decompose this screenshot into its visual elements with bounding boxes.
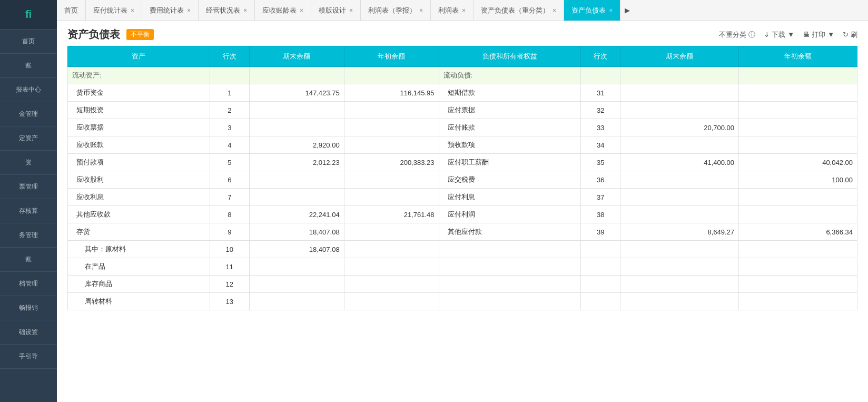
sidebar-item-report-center[interactable]: 报表中心 xyxy=(0,78,57,102)
left-beginning-balance xyxy=(344,276,439,293)
right-beginning-balance xyxy=(739,241,857,258)
tab-close-icon[interactable]: × xyxy=(300,7,303,14)
right-ending-balance: 41,400.00 xyxy=(620,154,739,171)
sidebar-item-invoice-mgmt[interactable]: 票管理 xyxy=(0,175,57,199)
left-ending-balance xyxy=(249,102,344,119)
sidebar-item-account[interactable]: 账 xyxy=(0,54,57,78)
left-item-name: 周转材料 xyxy=(68,293,210,310)
right-ending-balance xyxy=(620,84,739,102)
right-line-num xyxy=(581,293,620,310)
sidebar-item-expense[interactable]: 畅报销 xyxy=(0,296,57,320)
chevron-down-icon: ▼ xyxy=(787,31,794,38)
left-beginning-balance xyxy=(344,136,439,154)
left-ending-balance: 2,920.00 xyxy=(249,136,344,154)
left-item-name: 应收股利 xyxy=(68,171,210,189)
tab-balance-sheet[interactable]: 资产负债表 × xyxy=(564,0,620,21)
header-beginning-balance: 年初余额 xyxy=(344,46,439,67)
sidebar-item-archive-mgmt[interactable]: 档管理 xyxy=(0,272,57,296)
tab-income-statement[interactable]: 利润表 × xyxy=(431,0,474,21)
tab-close-icon[interactable]: × xyxy=(419,7,423,14)
left-ending-balance: 22,241.04 xyxy=(249,206,344,223)
download-icon: ⇓ xyxy=(764,31,770,38)
tab-bar: 首页 应付统计表 × 费用统计表 × 经营状况表 × 应收账龄表 × 模版设计 … xyxy=(57,0,868,21)
left-line-num: 5 xyxy=(210,154,249,171)
tab-close-icon[interactable]: × xyxy=(609,7,613,14)
right-beginning-balance xyxy=(739,189,857,206)
sidebar-item-settings[interactable]: 础设置 xyxy=(0,320,57,345)
tab-business-status[interactable]: 经营状况表 × xyxy=(199,0,255,21)
left-item-name: 存货 xyxy=(68,223,210,241)
left-item-name: 应收利息 xyxy=(68,189,210,206)
sidebar-item-inventory[interactable]: 存核算 xyxy=(0,199,57,223)
right-ending-balance xyxy=(620,241,739,258)
tab-close-icon[interactable]: × xyxy=(243,7,247,14)
download-button[interactable]: ⇓ 下载 ▼ xyxy=(764,30,794,40)
left-item-name: 应收票据 xyxy=(68,119,210,136)
header-ending-balance: 期末余额 xyxy=(249,46,344,67)
left-beginning-balance: 21,761.48 xyxy=(344,206,439,223)
left-ending-balance xyxy=(249,258,344,276)
right-line-num: 37 xyxy=(581,189,620,206)
tab-receivable-aging[interactable]: 应收账龄表 × xyxy=(255,0,311,21)
tab-template-design[interactable]: 模版设计 × xyxy=(311,0,361,21)
tab-scroll-right-arrow[interactable]: ▶ xyxy=(620,0,634,21)
sidebar-item-ledger[interactable]: 账 xyxy=(0,248,57,272)
tab-expense-stats[interactable]: 费用统计表 × xyxy=(142,0,199,21)
left-ending-balance xyxy=(249,276,344,293)
section-left-label: 流动资产: xyxy=(68,67,210,84)
left-beginning-balance xyxy=(344,293,439,310)
refresh-button[interactable]: ↻ 刷 xyxy=(843,30,857,40)
left-line-num: 3 xyxy=(210,119,249,136)
sidebar-item-affairs-mgmt[interactable]: 务管理 xyxy=(0,223,57,248)
page-title: 资产负债表 xyxy=(67,27,120,42)
tab-close-icon[interactable]: × xyxy=(349,7,353,14)
left-line-num: 10 xyxy=(210,241,249,258)
right-beginning-balance xyxy=(739,119,857,136)
page-header: 资产负债表 不平衡 不重分类 ⓘ ⇓ 下载 ▼ 🖶 打印 ▼ ↻ 刷 xyxy=(57,21,868,46)
tab-close-icon[interactable]: × xyxy=(131,7,134,14)
left-item-name: 其中：原材料 xyxy=(68,241,210,258)
main-area: 首页 应付统计表 × 费用统计表 × 经营状况表 × 应收账龄表 × 模版设计 … xyxy=(57,0,868,402)
left-line-num: 9 xyxy=(210,223,249,241)
header-ending-balance2: 期末余额 xyxy=(620,46,739,67)
header-line-num: 行次 xyxy=(210,46,249,67)
right-beginning-balance xyxy=(739,293,857,310)
right-line-num: 35 xyxy=(581,154,620,171)
header-asset: 资产 xyxy=(68,46,210,67)
balance-sheet-table: 资产 行次 期末余额 年初余额 负债和所有者权益 行次 期末余额 年初余额 流动… xyxy=(67,46,857,310)
tab-balance-reclassify[interactable]: 资产负债表（重分类） × xyxy=(474,0,564,21)
left-line-num: 2 xyxy=(210,102,249,119)
tab-payable-stats[interactable]: 应付统计表 × xyxy=(86,0,142,21)
sidebar-item-home[interactable]: 首页 xyxy=(0,30,57,54)
right-item-name: 应交税费 xyxy=(439,171,581,189)
tab-close-icon[interactable]: × xyxy=(187,7,191,14)
section-right-label: 流动负债: xyxy=(439,67,581,84)
tab-close-icon[interactable]: × xyxy=(462,7,466,14)
header-beginning-balance2: 年初余额 xyxy=(739,46,857,67)
left-ending-balance xyxy=(249,189,344,206)
header-line-num2: 行次 xyxy=(581,46,620,67)
sidebar-item-fund-mgmt[interactable]: 金管理 xyxy=(0,102,57,126)
header-liability: 负债和所有者权益 xyxy=(439,46,581,67)
sidebar-item-fixed-assets[interactable]: 定资产 xyxy=(0,126,57,151)
tab-close-icon[interactable]: × xyxy=(553,7,556,14)
tab-income-quarterly[interactable]: 利润表（季报） × xyxy=(361,0,431,21)
left-beginning-balance: 200,383.23 xyxy=(344,154,439,171)
right-line-num xyxy=(581,241,620,258)
tab-home[interactable]: 首页 xyxy=(57,0,86,21)
right-beginning-balance: 40,042.00 xyxy=(739,154,857,171)
right-item-name: 应付账款 xyxy=(439,119,581,136)
right-line-num: 36 xyxy=(581,171,620,189)
left-item-name: 预付款项 xyxy=(68,154,210,171)
right-item-name: 短期借款 xyxy=(439,84,581,102)
left-beginning-balance xyxy=(344,171,439,189)
left-item-name: 短期投资 xyxy=(68,102,210,119)
sidebar-item-investment[interactable]: 资 xyxy=(0,151,57,175)
no-reclassify-option[interactable]: 不重分类 ⓘ xyxy=(719,30,755,40)
left-beginning-balance xyxy=(344,102,439,119)
sidebar-item-guide[interactable]: 手引导 xyxy=(0,345,57,369)
right-beginning-balance xyxy=(739,136,857,154)
right-item-name xyxy=(439,293,581,310)
print-button[interactable]: 🖶 打印 ▼ xyxy=(803,30,834,40)
right-item-name xyxy=(439,241,581,258)
